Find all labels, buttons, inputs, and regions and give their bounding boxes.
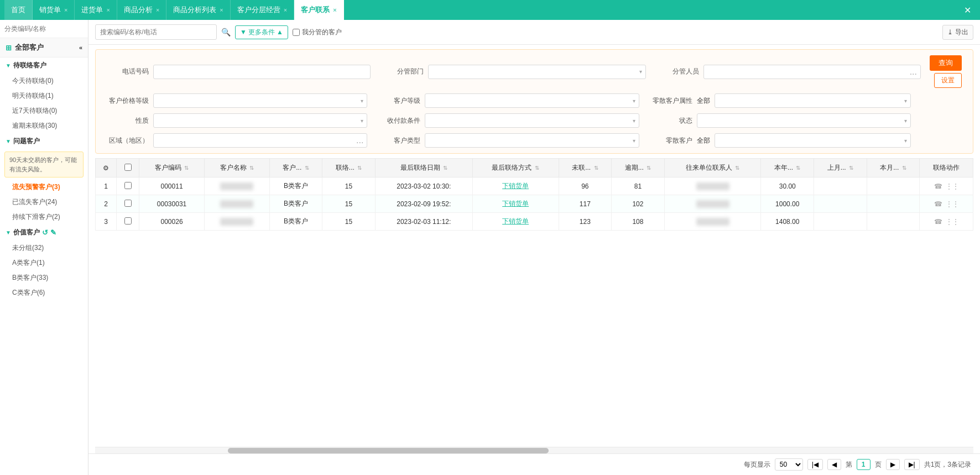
prev-page-btn[interactable]: ◀	[827, 459, 841, 470]
cell-actions[interactable]: ☎ ⋮⋮	[920, 213, 973, 231]
filter-search-input[interactable]	[95, 24, 217, 40]
scrollbar-thumb[interactable]	[228, 448, 549, 453]
chevron-up-icon: ▲	[277, 28, 283, 36]
edit-icon[interactable]: ✎	[50, 228, 56, 237]
tab-sales-close[interactable]: ×	[64, 7, 67, 13]
th-this-year[interactable]: 本年... ⇅	[761, 159, 814, 178]
customer-type-select[interactable]: ▾	[425, 133, 639, 148]
tab-customer-contact-close[interactable]: ×	[333, 7, 336, 13]
tab-purchase-close[interactable]: ×	[106, 7, 110, 13]
sidebar-item-7days-contact[interactable]: 近7天待联络(0)	[0, 103, 88, 118]
sidebar-all-customers[interactable]: ⊞ 全部客户 «	[0, 38, 88, 58]
sidebar-item-a-class[interactable]: A类客户(1)	[0, 255, 88, 270]
sort-icon-11: ⇅	[849, 165, 853, 171]
select-all-checkbox[interactable]	[124, 164, 132, 171]
content-area: 🔍 ▼ 更多条件 ▲ 我分管的客户 ⤓ 导出 电话号码	[88, 20, 980, 475]
tab-product-analysis-close[interactable]: ×	[156, 7, 159, 13]
th-contact-person[interactable]: 往来单位联系人 ⇅	[664, 159, 761, 178]
gender-select[interactable]: ▾	[153, 113, 367, 128]
th-customer-name[interactable]: 客户名称 ⇅	[204, 159, 269, 178]
my-customers-checkbox-label[interactable]: 我分管的客户	[293, 28, 342, 37]
tab-product-analysis-list-close[interactable]: ×	[220, 7, 223, 13]
tab-customer-contact[interactable]: 客户联系 ×	[294, 0, 343, 20]
cell-actions[interactable]: ☎ ⋮⋮	[920, 195, 973, 213]
next-page-btn[interactable]: ▶	[886, 459, 900, 470]
sidebar-item-declining-customers[interactable]: 持续下滑客户(2)	[0, 210, 88, 225]
sidebar-search-input[interactable]	[4, 25, 87, 33]
action-more-icon[interactable]: ⋮⋮	[946, 200, 959, 208]
manager-select[interactable]: ...	[703, 65, 921, 79]
customer-level-select[interactable]: ▾	[425, 93, 639, 108]
filter-search-icon[interactable]: 🔍	[221, 28, 231, 36]
cell-last-method[interactable]: 下销货单	[472, 213, 559, 231]
cell-last-method[interactable]: 下销货单	[472, 195, 559, 213]
sidebar-item-overdue-contact[interactable]: 逾期未联络(30)	[0, 118, 88, 133]
settings-icon[interactable]: ⚙	[103, 164, 109, 172]
tab-home[interactable]: 首页	[4, 0, 33, 20]
action-phone-icon[interactable]: ☎	[934, 200, 942, 208]
sidebar-item-tomorrow-contact[interactable]: 明天待联络(1)	[0, 88, 88, 103]
cell-checkbox[interactable]	[117, 178, 139, 195]
th-overdue[interactable]: 逾期... ⇅	[612, 159, 665, 178]
row-checkbox[interactable]	[124, 182, 132, 189]
zero-customer-select[interactable]: ▾	[715, 133, 911, 148]
region-select[interactable]: ...	[153, 133, 367, 148]
setting-button[interactable]: 设置	[934, 73, 962, 88]
row-checkbox[interactable]	[124, 217, 132, 225]
tab-purchase[interactable]: 进货单 ×	[75, 0, 117, 20]
cell-checkbox[interactable]	[117, 195, 139, 213]
th-this-month[interactable]: 本月... ⇅	[867, 159, 920, 178]
export-btn[interactable]: ⤓ 导出	[942, 25, 973, 40]
th-last-month[interactable]: 上月... ⇅	[814, 159, 867, 178]
th-uncontacted[interactable]: 未联... ⇅	[559, 159, 612, 178]
tab-customer-layer[interactable]: 客户分层经营 ×	[231, 0, 294, 20]
action-phone-icon[interactable]: ☎	[934, 218, 942, 226]
action-more-icon[interactable]: ⋮⋮	[946, 182, 959, 190]
zero-purchase-attr-select[interactable]: ▾	[715, 93, 911, 108]
tab-sales[interactable]: 销货单 ×	[33, 0, 75, 20]
first-page-btn[interactable]: |◀	[807, 459, 823, 470]
th-customer-type-col[interactable]: 客户... ⇅	[269, 159, 322, 178]
status-label: 状态	[648, 116, 692, 126]
sidebar-group-pending[interactable]: ▼ 待联络客户	[0, 58, 88, 74]
tab-product-analysis-list[interactable]: 商品分析列表 ×	[166, 0, 230, 20]
tab-customer-layer-close[interactable]: ×	[284, 7, 287, 13]
sidebar-item-b-class[interactable]: B类客户(33)	[0, 270, 88, 285]
th-last-contact-method[interactable]: 最后联络方式 ⇅	[472, 159, 559, 178]
query-button[interactable]: 查询	[930, 55, 962, 71]
tab-sales-label: 销货单	[39, 5, 61, 15]
status-select[interactable]: ▾	[697, 113, 911, 128]
sidebar-item-c-class[interactable]: C类客户(6)	[0, 285, 88, 300]
phone-input[interactable]	[153, 65, 371, 79]
sidebar-group-problem[interactable]: ▼ 问题客户	[0, 133, 88, 149]
tab-product-analysis[interactable]: 商品分析 ×	[117, 0, 166, 20]
th-checkbox[interactable]	[117, 159, 139, 178]
cell-checkbox[interactable]	[117, 213, 139, 231]
price-level-select[interactable]: ▾	[153, 93, 367, 108]
sidebar-item-lost-customers[interactable]: 已流失客户(24)	[0, 195, 88, 210]
last-page-btn[interactable]: ▶|	[904, 459, 920, 470]
payment-select[interactable]: ▾	[425, 113, 639, 128]
action-phone-icon[interactable]: ☎	[934, 182, 942, 190]
refresh-icon[interactable]: ↺	[42, 228, 48, 237]
dept-select[interactable]: ▾	[428, 65, 645, 79]
horizontal-scrollbar[interactable]	[95, 447, 973, 453]
th-customer-code[interactable]: 客户编码 ⇅	[139, 159, 205, 178]
tab-product-analysis-list-label: 商品分析列表	[173, 5, 216, 15]
row-checkbox[interactable]	[124, 200, 132, 207]
filter-more-btn[interactable]: ▼ 更多条件 ▲	[235, 25, 288, 39]
sidebar-item-unclassified[interactable]: 未分组(32)	[0, 241, 88, 255]
cell-overdue: 81	[612, 178, 665, 195]
close-all-tabs[interactable]: ✕	[960, 5, 976, 15]
sidebar-item-churn-warning[interactable]: 流失预警客户(3)	[0, 180, 88, 195]
action-more-icon[interactable]: ⋮⋮	[946, 218, 959, 226]
cell-actions[interactable]: ☎ ⋮⋮	[920, 178, 973, 195]
th-contact-count[interactable]: 联络... ⇅	[322, 159, 376, 178]
sidebar-group-value[interactable]: ▼ 价值客户 ↺ ✎	[0, 225, 88, 241]
sidebar-item-today-contact[interactable]: 今天待联络(0)	[0, 74, 88, 88]
my-customers-checkbox[interactable]	[293, 29, 300, 36]
per-page-select[interactable]: 50 100 200	[775, 458, 803, 471]
th-settings[interactable]: ⚙	[96, 159, 117, 178]
th-last-contact-date[interactable]: 最后联络日期 ⇅	[375, 159, 472, 178]
cell-last-method[interactable]: 下销货单	[472, 178, 559, 195]
